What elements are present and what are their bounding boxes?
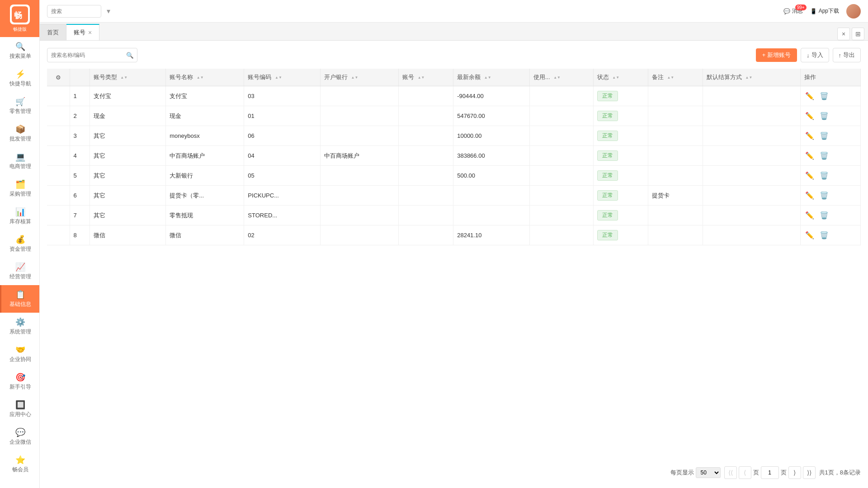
- sidebar-item-membership[interactable]: ⭐ 畅会员: [0, 450, 39, 478]
- cell-latest-balance-3: 383866.00: [453, 146, 530, 166]
- col-account-type[interactable]: 账号类型 ▲▼: [90, 69, 166, 86]
- topbar-dropdown-icon[interactable]: ▾: [107, 7, 110, 15]
- cell-actions-4: ✏️ 🗑️: [800, 166, 860, 186]
- edit-button-3[interactable]: ✏️: [804, 150, 815, 161]
- pagination: 每页显示 50 100 ⟨⟨ ⟨ 页 页 ⟩ ⟩⟩ 共1页，8条记录: [47, 461, 861, 481]
- add-account-button[interactable]: + 新增账号: [756, 48, 797, 62]
- status-badge: 正常: [597, 91, 618, 101]
- edit-button-2[interactable]: ✏️: [804, 131, 815, 141]
- sidebar-item-retail-mgmt[interactable]: 🛒 零售管理: [0, 92, 39, 120]
- topbar-search-input[interactable]: [47, 5, 101, 18]
- cell-index-4: 5: [70, 166, 90, 186]
- edit-button-4[interactable]: ✏️: [804, 170, 815, 181]
- page-input[interactable]: [761, 466, 779, 479]
- inventory-icon: 📊: [15, 207, 25, 217]
- cell-notes-0: [648, 86, 703, 106]
- tab-home[interactable]: 首页: [40, 24, 66, 40]
- sidebar-item-search-menu[interactable]: 🔍 搜索菜单: [0, 37, 39, 65]
- delete-button-0[interactable]: 🗑️: [819, 91, 830, 101]
- edit-button-5[interactable]: ✏️: [804, 190, 815, 201]
- delete-button-1[interactable]: 🗑️: [819, 111, 830, 121]
- sidebar-item-ecommerce-mgmt[interactable]: 💻 电商管理: [0, 147, 39, 175]
- sidebar-item-quick-nav[interactable]: ⚡ 快捷导航: [0, 65, 39, 92]
- tabbar-expand-button[interactable]: ⊞: [852, 28, 864, 40]
- sidebar-item-enterprise-wechat[interactable]: 💬 企业微信: [0, 423, 39, 450]
- sidebar-item-label: 畅会员: [12, 466, 28, 474]
- toolbar-left: 🔍: [47, 48, 137, 62]
- search-input[interactable]: [47, 52, 123, 58]
- sidebar-item-enterprise-agreement[interactable]: 🤝 企业协同: [0, 340, 39, 368]
- cell-account-type-3: 其它: [90, 146, 166, 166]
- sidebar-item-app-center[interactable]: 🔲 应用中心: [0, 395, 39, 423]
- col-latest-balance[interactable]: 最新余额 ▲▼: [453, 69, 530, 86]
- col-actions-label: 操作: [804, 74, 816, 80]
- col-account-name[interactable]: 账号名称 ▲▼: [166, 69, 244, 86]
- delete-button-2[interactable]: 🗑️: [819, 131, 830, 141]
- page-label: 页: [753, 469, 759, 477]
- topbar-app-download[interactable]: 📱 App下载: [810, 7, 839, 15]
- per-page-select[interactable]: 50 100: [696, 467, 721, 478]
- edit-button-1[interactable]: ✏️: [804, 111, 815, 121]
- col-account-type-sort: ▲▼: [120, 76, 127, 80]
- user-avatar[interactable]: [846, 4, 861, 19]
- sidebar-item-purchase-mgmt[interactable]: 🗂️ 采购管理: [0, 175, 39, 202]
- sidebar-item-label: 应用中心: [9, 411, 31, 418]
- col-default-settlement[interactable]: 默认结算方式 ▲▼: [703, 69, 800, 86]
- col-notes[interactable]: 备注 ▲▼: [648, 69, 703, 86]
- col-account-code[interactable]: 账号编码 ▲▼: [244, 69, 321, 86]
- col-account-no[interactable]: 账号 ▲▼: [399, 69, 453, 86]
- edit-button-7[interactable]: ✏️: [804, 230, 815, 240]
- cell-status-3: 正常: [593, 146, 648, 166]
- col-usage[interactable]: 使用... ▲▼: [529, 69, 593, 86]
- sidebar-item-finance-mgmt[interactable]: 💰 资金管理: [0, 230, 39, 258]
- sidebar-item-basic-info[interactable]: 📋 基础信息: [0, 285, 39, 313]
- cell-account-code-7: 02: [244, 225, 321, 245]
- cell-usage-6: [529, 206, 593, 225]
- delete-button-5[interactable]: 🗑️: [819, 190, 830, 201]
- sidebar-item-inventory[interactable]: 📊 库存核算: [0, 202, 39, 230]
- search-menu-icon: 🔍: [15, 42, 25, 52]
- logo-icon: 畅: [10, 5, 30, 24]
- status-badge: 正常: [597, 111, 618, 121]
- cell-notes-7: [648, 225, 703, 245]
- col-usage-label: 使用...: [533, 74, 550, 80]
- delete-button-4[interactable]: 🗑️: [819, 170, 830, 181]
- import-button[interactable]: ↓ 导入: [801, 48, 829, 62]
- cell-account-name-5: 提货卡（零...: [166, 186, 244, 206]
- export-button[interactable]: ↑ 导出: [833, 48, 861, 62]
- edit-button-0[interactable]: ✏️: [804, 91, 815, 101]
- page-first-button[interactable]: ⟨⟨: [724, 466, 737, 479]
- cell-bank-5: [320, 186, 398, 206]
- sidebar-item-operations-mgmt[interactable]: 📈 经营管理: [0, 258, 39, 285]
- topbar-message[interactable]: 💬 消息 99+: [783, 7, 803, 15]
- page-last-button[interactable]: ⟩⟩: [803, 466, 816, 479]
- tabbar-close-button[interactable]: ×: [837, 28, 850, 40]
- col-settings[interactable]: ⚙: [47, 69, 70, 86]
- delete-button-6[interactable]: 🗑️: [819, 210, 830, 221]
- cell-account-type-1: 现金: [90, 106, 166, 126]
- edit-button-6[interactable]: ✏️: [804, 210, 815, 221]
- cell-default-settlement-5: [703, 186, 800, 206]
- sidebar-item-label: 基础信息: [9, 300, 31, 308]
- cell-account-no-3: [399, 146, 453, 166]
- cell-notes-4: [648, 166, 703, 186]
- page-prev-button[interactable]: ⟨: [739, 466, 751, 479]
- cell-actions-5: ✏️ 🗑️: [800, 186, 860, 206]
- sidebar-item-label: 系统管理: [9, 328, 31, 336]
- delete-button-7[interactable]: 🗑️: [819, 230, 830, 240]
- cell-status-4: 正常: [593, 166, 648, 186]
- sidebar-item-system-mgmt[interactable]: ⚙️ 系统管理: [0, 313, 39, 340]
- delete-button-3[interactable]: 🗑️: [819, 150, 830, 161]
- page-next-button[interactable]: ⟩: [788, 466, 801, 479]
- search-button[interactable]: 🔍: [123, 48, 137, 62]
- sidebar-item-label: 经营管理: [9, 273, 31, 281]
- sidebar-item-new-guide[interactable]: 🎯 新手引导: [0, 368, 39, 395]
- sidebar-item-wholesale-mgmt[interactable]: 📦 批发管理: [0, 120, 39, 147]
- tab-account-close[interactable]: ×: [88, 29, 92, 36]
- col-bank[interactable]: 开户银行 ▲▼: [320, 69, 398, 86]
- col-status[interactable]: 状态 ▲▼: [593, 69, 648, 86]
- cell-account-type-7: 微信: [90, 225, 166, 245]
- tab-account[interactable]: 账号 ×: [66, 24, 99, 40]
- cell-latest-balance-7: 28241.10: [453, 225, 530, 245]
- cell-bank-1: [320, 106, 398, 126]
